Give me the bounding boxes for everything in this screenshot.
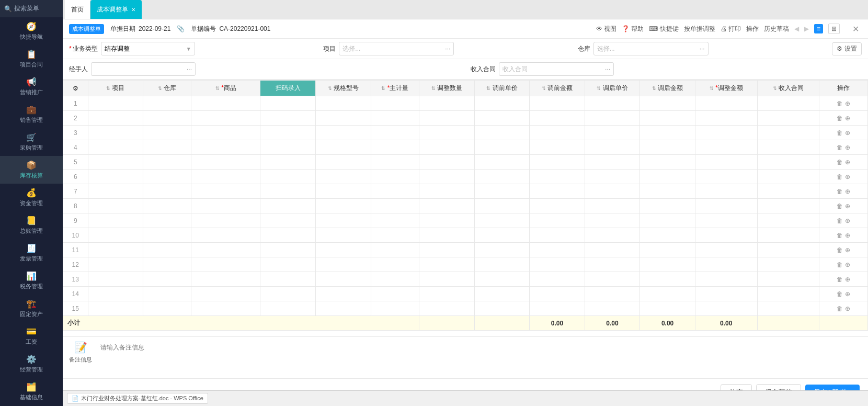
row-2-qty[interactable] xyxy=(419,111,475,126)
row-15-warehouse[interactable] xyxy=(143,301,191,316)
row-4-price1[interactable] xyxy=(474,140,530,155)
taskbar-wps-item[interactable]: 📄 木门行业财务处理方案-墓红红.doc - WPS Office xyxy=(67,393,208,404)
row-10-delete-icon[interactable]: 🗑 xyxy=(837,232,843,239)
row-3-income[interactable] xyxy=(757,126,819,140)
row-10-price1[interactable] xyxy=(474,228,530,243)
row-2-unit[interactable] xyxy=(371,111,419,126)
row-1-copy-icon[interactable]: ⊕ xyxy=(845,100,850,107)
sidebar-item-ops-mgmt[interactable]: ⚙️经营管理 xyxy=(0,350,63,378)
row-14-qty[interactable] xyxy=(419,287,475,301)
row-9-copy-icon[interactable]: ⊕ xyxy=(845,217,850,224)
row-3-amount2[interactable] xyxy=(640,126,695,140)
row-6-qty[interactable] xyxy=(419,170,475,184)
biz-type-select[interactable]: 结存调整 ▼ xyxy=(101,42,195,55)
row-6-unit[interactable] xyxy=(371,170,419,184)
row-13-scan[interactable] xyxy=(260,272,316,287)
row-5-price2[interactable] xyxy=(585,155,640,170)
row-14-warehouse[interactable] xyxy=(143,287,191,301)
row-9-warehouse[interactable] xyxy=(143,213,191,228)
row-12-adj[interactable] xyxy=(695,257,757,272)
row-6-adj[interactable] xyxy=(695,170,757,184)
row-14-price2[interactable] xyxy=(585,287,640,301)
row-13-price1[interactable] xyxy=(474,272,530,287)
row-6-product[interactable] xyxy=(191,170,260,184)
row-6-price1[interactable] xyxy=(474,170,530,184)
row-11-project[interactable] xyxy=(88,243,143,257)
row-13-income[interactable] xyxy=(757,272,819,287)
row-8-scan[interactable] xyxy=(260,199,316,213)
row-10-warehouse[interactable] xyxy=(143,228,191,243)
row-3-price1[interactable] xyxy=(474,126,530,140)
th-project[interactable]: ⇅ 项目 xyxy=(88,81,143,96)
adjust-by-doc-action[interactable]: 按单据调整 xyxy=(684,25,715,33)
row-8-adj[interactable] xyxy=(695,199,757,213)
row-11-warehouse[interactable] xyxy=(143,243,191,257)
row-4-scan[interactable] xyxy=(260,140,316,155)
row-1-product[interactable] xyxy=(191,96,260,111)
print-action[interactable]: 🖨 打印 xyxy=(721,25,741,33)
row-8-amount1[interactable] xyxy=(530,199,585,213)
sidebar-item-inventory[interactable]: 📦库存核算 xyxy=(0,156,63,184)
row-10-adj[interactable] xyxy=(695,228,757,243)
row-7-income[interactable] xyxy=(757,184,819,199)
row-15-amount1[interactable] xyxy=(530,301,585,316)
row-11-delete-icon[interactable]: 🗑 xyxy=(837,246,843,254)
row-12-income[interactable] xyxy=(757,257,819,272)
row-7-adj[interactable] xyxy=(695,184,757,199)
row-8-unit[interactable] xyxy=(371,199,419,213)
row-1-spec[interactable] xyxy=(316,96,371,111)
row-10-amount1[interactable] xyxy=(530,228,585,243)
row-13-adj[interactable] xyxy=(695,272,757,287)
sidebar-item-quick-nav[interactable]: 🧭快捷导航 xyxy=(0,17,63,45)
row-14-price1[interactable] xyxy=(474,287,530,301)
th-warehouse[interactable]: ⇅ 仓库 xyxy=(143,81,191,96)
row-6-income[interactable] xyxy=(757,170,819,184)
row-8-amount2[interactable] xyxy=(640,199,695,213)
row-12-price1[interactable] xyxy=(474,257,530,272)
th-spec[interactable]: ⇅ 规格型号 xyxy=(316,81,371,96)
row-13-copy-icon[interactable]: ⊕ xyxy=(845,276,850,283)
row-10-price2[interactable] xyxy=(585,228,640,243)
row-8-warehouse[interactable] xyxy=(143,199,191,213)
row-14-amount1[interactable] xyxy=(530,287,585,301)
row-9-spec[interactable] xyxy=(316,213,371,228)
row-2-amount2[interactable] xyxy=(640,111,695,126)
row-3-qty[interactable] xyxy=(419,126,475,140)
notes-icon-group[interactable]: 📝 备注信息 xyxy=(69,341,92,364)
row-9-qty[interactable] xyxy=(419,213,475,228)
row-9-price2[interactable] xyxy=(585,213,640,228)
row-13-project[interactable] xyxy=(88,272,143,287)
row-8-qty[interactable] xyxy=(419,199,475,213)
row-11-price1[interactable] xyxy=(474,243,530,257)
row-9-price1[interactable] xyxy=(474,213,530,228)
row-2-price1[interactable] xyxy=(474,111,530,126)
row-2-amount1[interactable] xyxy=(530,111,585,126)
row-1-unit[interactable] xyxy=(371,96,419,111)
row-15-product[interactable] xyxy=(191,301,260,316)
row-13-amount2[interactable] xyxy=(640,272,695,287)
sidebar-item-sales-mgmt[interactable]: 💼销售管理 xyxy=(0,100,63,128)
row-9-project[interactable] xyxy=(88,213,143,228)
row-10-project[interactable] xyxy=(88,228,143,243)
row-2-income[interactable] xyxy=(757,111,819,126)
row-12-project[interactable] xyxy=(88,257,143,272)
row-2-spec[interactable] xyxy=(316,111,371,126)
row-2-project[interactable] xyxy=(88,111,143,126)
row-6-price2[interactable] xyxy=(585,170,640,184)
row-12-qty[interactable] xyxy=(419,257,475,272)
row-10-spec[interactable] xyxy=(316,228,371,243)
row-1-price1[interactable] xyxy=(474,96,530,111)
row-3-product[interactable] xyxy=(191,126,260,140)
sidebar-item-capital-mgmt[interactable]: 💰资金管理 xyxy=(0,184,63,211)
row-15-qty[interactable] xyxy=(419,301,475,316)
row-13-amount1[interactable] xyxy=(530,272,585,287)
row-12-scan[interactable] xyxy=(260,257,316,272)
list-view-icon[interactable]: ≡ xyxy=(814,24,823,33)
row-14-amount2[interactable] xyxy=(640,287,695,301)
notes-textarea[interactable] xyxy=(98,341,862,360)
row-6-warehouse[interactable] xyxy=(143,170,191,184)
row-9-unit[interactable] xyxy=(371,213,419,228)
row-12-unit[interactable] xyxy=(371,257,419,272)
row-6-spec[interactable] xyxy=(316,170,371,184)
row-12-spec[interactable] xyxy=(316,257,371,272)
